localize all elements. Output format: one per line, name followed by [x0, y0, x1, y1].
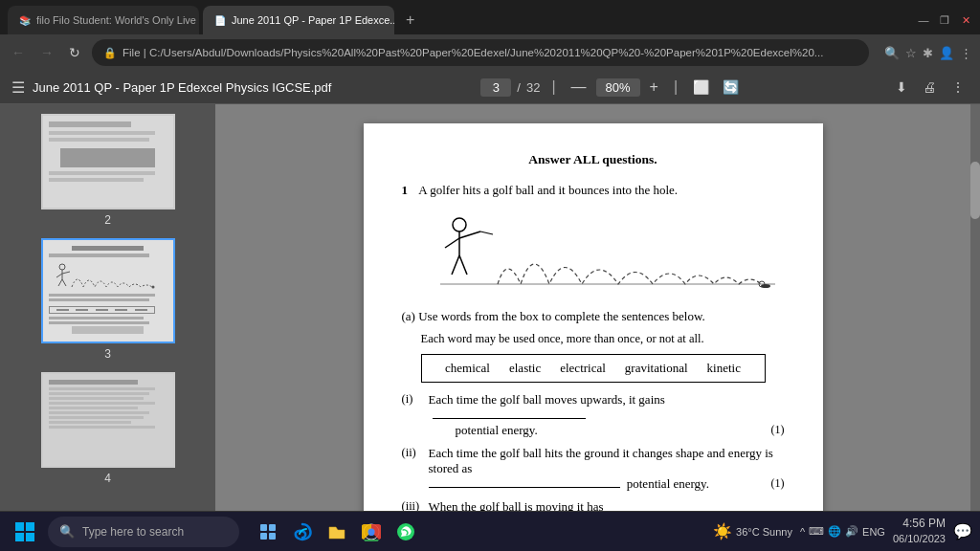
word-gravitational: gravitational — [625, 361, 688, 376]
zoom-in-button[interactable]: + — [646, 77, 662, 98]
subq-i-content: Each time the golf ball moves upwards, i… — [429, 392, 785, 438]
pdf-toolbar-right: ⬇ 🖨 ⋮ — [892, 77, 969, 97]
taskbar-icons — [253, 517, 421, 547]
search-icon: 🔍 — [59, 524, 75, 539]
system-tray: ^ ⌨ 🌐 🔊 ENG — [800, 525, 885, 538]
download-button[interactable]: ⬇ — [892, 77, 911, 97]
word-electrical: electrical — [560, 361, 606, 376]
start-button[interactable] — [8, 515, 42, 549]
profile-icon[interactable]: 👤 — [939, 46, 954, 60]
tab-filo[interactable]: 📚 filo Filo Student: World's Only Live h… — [8, 6, 199, 34]
pdf-wrapper: ☰ June 2011 QP - Paper 1P Edexcel Physic… — [0, 71, 980, 511]
chevron-up-icon[interactable]: ^ — [800, 526, 805, 538]
svg-point-27 — [368, 528, 375, 535]
pdf-page: Answer ALL questions. 1 A golfer hits a … — [364, 123, 823, 511]
minimize-button[interactable]: — — [917, 13, 930, 27]
search-bar[interactable]: 🔍 Type here to search — [48, 517, 239, 547]
subq-ii-container: (ii) Each time the golf ball hits the gr… — [402, 446, 785, 492]
svg-line-13 — [459, 231, 480, 238]
svg-line-11 — [459, 255, 467, 275]
subq-ii-text: Each time the golf ball hits the ground … — [429, 446, 773, 475]
svg-rect-24 — [269, 533, 276, 540]
whatsapp-icon[interactable] — [390, 517, 421, 547]
zoom-input[interactable] — [596, 78, 640, 97]
window-controls: — ❐ ✕ — [917, 13, 972, 27]
subq-i-text: Each time the golf ball moves upwards, i… — [429, 392, 665, 407]
extension-icon[interactable]: ✱ — [923, 46, 933, 60]
network-icon[interactable]: 🌐 — [828, 525, 841, 538]
question-1: 1 A golfer hits a golf ball and it bounc… — [402, 183, 785, 198]
thumbnail-page-3[interactable]: 3 — [41, 238, 175, 361]
browser-chrome: 📚 filo Filo Student: World's Only Live h… — [0, 0, 980, 71]
new-tab-button[interactable]: + — [398, 8, 422, 33]
zoom-out-button[interactable]: — — [568, 77, 590, 98]
fill-line-ii — [429, 487, 620, 488]
chrome-icon[interactable] — [356, 517, 387, 547]
pdf-content-area[interactable]: Answer ALL questions. 1 A golfer hits a … — [215, 104, 970, 511]
speaker-icon[interactable]: 🔊 — [845, 525, 858, 538]
page-total: 32 — [526, 80, 540, 95]
word-elastic: elastic — [509, 361, 541, 376]
question-text: A golfer hits a golf ball and it bounces… — [418, 183, 678, 197]
svg-rect-21 — [260, 524, 267, 531]
edge-icon[interactable] — [287, 517, 318, 547]
search-placeholder: Type here to search — [82, 525, 184, 539]
subq-iii-row: (iii) When the golf ball is moving it ha… — [402, 499, 785, 511]
rotate-button[interactable]: 🔄 — [719, 77, 743, 97]
thumbnail-page-4[interactable]: 4 — [41, 372, 175, 485]
svg-point-8 — [453, 218, 466, 231]
subq-iii-label: (iii) — [402, 499, 429, 511]
search-icon[interactable]: 🔍 — [884, 46, 900, 60]
svg-rect-19 — [15, 533, 24, 541]
language-label: ENG — [862, 526, 885, 538]
svg-line-4 — [56, 274, 62, 277]
page-separator: / — [517, 80, 521, 95]
tab-filo-favicon: 📚 — [19, 13, 31, 27]
answer-all-text: Answer ALL questions. — [402, 152, 785, 167]
word-kinetic: kinetic — [707, 361, 741, 376]
thumb-label-3: 3 — [104, 347, 111, 361]
weather-display: ☀️ 36°C Sunny — [713, 522, 792, 540]
thumbnail-page-2[interactable]: 2 — [41, 114, 175, 227]
svg-point-16 — [761, 284, 770, 288]
svg-line-14 — [480, 231, 493, 234]
page-number-input[interactable] — [480, 78, 511, 97]
date-display: 06/10/2023 — [893, 532, 946, 546]
pdf-toolbar-center: / 32 | — + | ⬜ 🔄 — [480, 77, 743, 98]
word-chemical: chemical — [445, 361, 490, 376]
more-icon[interactable]: ⋮ — [960, 46, 972, 60]
subq-ii-mark: (1) — [771, 476, 785, 491]
fit-page-button[interactable]: ⬜ — [689, 77, 713, 97]
bookmark-icon[interactable]: ☆ — [905, 46, 917, 60]
taskview-button[interactable] — [253, 517, 283, 547]
svg-rect-23 — [260, 533, 267, 540]
tab-pdf[interactable]: 📄 June 2011 QP - Paper 1P Edexce... ✕ — [203, 6, 394, 34]
notifications-button[interactable]: 💬 — [953, 522, 972, 540]
pdf-scrollbar-thumb[interactable] — [970, 162, 980, 219]
golf-diagram — [402, 208, 785, 294]
reload-button[interactable]: ↻ — [65, 41, 84, 64]
explorer-icon[interactable] — [322, 517, 352, 547]
taskbar-right: ☀️ 36°C Sunny ^ ⌨ 🌐 🔊 ENG 4:56 PM 06/10/… — [713, 516, 972, 546]
back-button[interactable]: ← — [8, 41, 29, 64]
keyboard-icon[interactable]: ⌨ — [809, 525, 824, 538]
close-button[interactable]: ✕ — [959, 13, 972, 27]
svg-line-5 — [62, 272, 70, 274]
subq-i-row: (i) Each time the golf ball moves upward… — [402, 392, 785, 438]
forward-button[interactable]: → — [36, 41, 57, 64]
tab-bar: 📚 filo Filo Student: World's Only Live h… — [0, 0, 980, 34]
more-options-button[interactable]: ⋮ — [947, 77, 969, 97]
pdf-toolbar: ☰ June 2011 QP - Paper 1P Edexcel Physic… — [0, 71, 980, 104]
svg-line-10 — [452, 255, 459, 275]
tab-filo-label: filo Filo Student: World's Only Live h..… — [36, 14, 199, 26]
hamburger-menu[interactable]: ☰ — [11, 78, 25, 97]
pdf-scrollbar[interactable] — [970, 104, 980, 511]
tab-pdf-favicon: 📄 — [214, 13, 226, 27]
pdf-sidebar: 2 — [0, 104, 215, 511]
address-input[interactable]: 🔒 File | C:/Users/Abdul/Downloads/Physic… — [92, 39, 869, 66]
svg-point-0 — [59, 264, 65, 270]
address-text: File | C:/Users/Abdul/Downloads/Physics%… — [122, 47, 823, 58]
print-button[interactable]: 🖨 — [919, 77, 940, 97]
svg-rect-22 — [269, 524, 276, 531]
maximize-button[interactable]: ❐ — [938, 13, 951, 27]
